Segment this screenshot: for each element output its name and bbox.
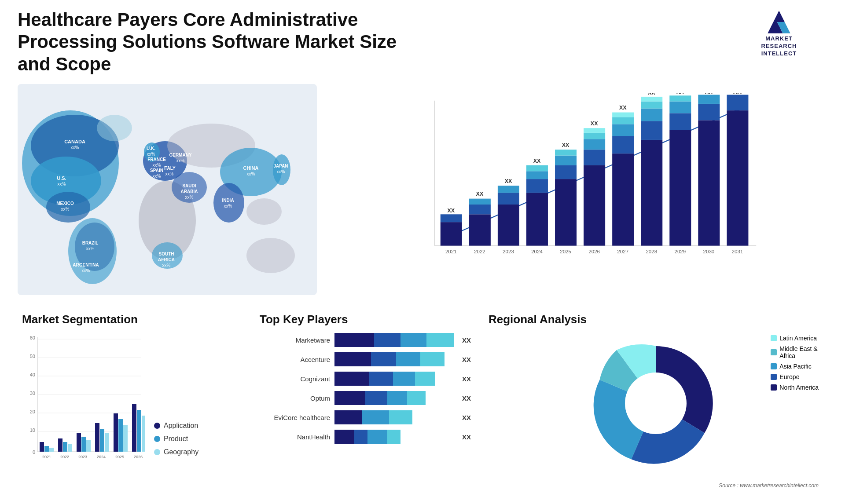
key-players-section: Top Key Players Marketware XX Accenture bbox=[255, 308, 475, 493]
svg-text:XX: XX bbox=[448, 208, 455, 214]
legend-label-application: Application bbox=[164, 422, 198, 430]
svg-rect-151 bbox=[123, 425, 128, 452]
svg-text:2023: 2023 bbox=[503, 249, 514, 255]
seg-chart-area: 60 50 40 30 20 10 0 bbox=[22, 333, 145, 465]
svg-text:40: 40 bbox=[30, 372, 35, 377]
player-value-nanthealth: XX bbox=[462, 433, 471, 441]
donut-legend: Latin America Middle East &Africa Asia P… bbox=[771, 335, 819, 391]
svg-text:2031: 2031 bbox=[732, 249, 743, 255]
player-bar-cognizant bbox=[334, 372, 454, 386]
svg-text:xx%: xx% bbox=[176, 158, 185, 163]
svg-text:INDIA: INDIA bbox=[222, 198, 234, 203]
svg-rect-142 bbox=[81, 437, 86, 452]
svg-rect-84 bbox=[584, 139, 605, 150]
svg-text:XX: XX bbox=[733, 93, 742, 95]
player-value-optum: XX bbox=[462, 394, 471, 402]
legend-europe: Europe bbox=[771, 373, 819, 380]
svg-rect-138 bbox=[63, 442, 67, 452]
svg-text:2023: 2023 bbox=[78, 455, 87, 459]
svg-text:MEXICO: MEXICO bbox=[56, 201, 74, 206]
svg-rect-72 bbox=[526, 171, 548, 179]
svg-rect-82 bbox=[584, 165, 605, 246]
svg-rect-83 bbox=[584, 150, 605, 165]
svg-text:2022: 2022 bbox=[60, 455, 69, 459]
svg-rect-111 bbox=[698, 95, 720, 104]
svg-rect-103 bbox=[669, 130, 691, 246]
svg-text:50: 50 bbox=[30, 354, 35, 359]
bar-chart-section: XX 2021 XX 2022 XX 2023 bbox=[330, 84, 827, 295]
svg-text:SPAIN: SPAIN bbox=[150, 168, 163, 173]
player-name-evicore: EviCore healthcare bbox=[260, 414, 330, 421]
svg-text:XX: XX bbox=[505, 178, 512, 184]
svg-rect-60 bbox=[469, 214, 491, 245]
svg-text:xx%: xx% bbox=[277, 169, 285, 174]
svg-text:AFRICA: AFRICA bbox=[158, 257, 175, 262]
svg-text:XX: XX bbox=[705, 93, 713, 95]
legend-latin-america-label: Latin America bbox=[779, 335, 817, 342]
svg-rect-137 bbox=[58, 438, 62, 452]
svg-text:xx%: xx% bbox=[82, 268, 90, 273]
map-section: CANADA xx% U.S. xx% MEXICO xx% BRAZIL xx… bbox=[18, 84, 317, 295]
svg-rect-70 bbox=[526, 193, 548, 245]
svg-rect-90 bbox=[612, 136, 634, 153]
legend-latin-america: Latin America bbox=[771, 335, 819, 342]
svg-text:XX: XX bbox=[648, 93, 655, 96]
segmentation-section: Market Segmentation 60 50 40 30 20 10 bbox=[18, 308, 246, 493]
bottom-row: Market Segmentation 60 50 40 30 20 10 bbox=[18, 308, 827, 493]
svg-text:2022: 2022 bbox=[474, 249, 485, 255]
player-bar-accenture bbox=[334, 352, 454, 366]
regional-chart-area: Latin America Middle East &Africa Asia P… bbox=[489, 333, 823, 474]
svg-rect-89 bbox=[612, 153, 634, 245]
svg-rect-147 bbox=[105, 433, 109, 452]
svg-rect-78 bbox=[555, 156, 577, 165]
key-players-title: Top Key Players bbox=[260, 313, 471, 326]
svg-text:XX: XX bbox=[476, 191, 484, 197]
player-row-marketware: Marketware XX bbox=[260, 333, 471, 347]
svg-rect-135 bbox=[49, 448, 54, 452]
player-name-nanthealth: NantHealth bbox=[260, 433, 330, 441]
svg-rect-79 bbox=[555, 150, 577, 155]
svg-text:2021: 2021 bbox=[42, 455, 51, 459]
legend-dot-product bbox=[154, 436, 160, 442]
svg-rect-57 bbox=[441, 214, 462, 222]
svg-text:2027: 2027 bbox=[617, 249, 628, 255]
player-bar-marketware bbox=[334, 333, 454, 347]
legend-geography: Geography bbox=[154, 448, 198, 456]
seg-chart-container: 60 50 40 30 20 10 0 bbox=[22, 333, 242, 465]
svg-rect-97 bbox=[641, 121, 662, 140]
svg-rect-99 bbox=[641, 102, 662, 109]
svg-text:JAPAN: JAPAN bbox=[273, 164, 288, 168]
svg-text:xx%: xx% bbox=[86, 246, 95, 251]
svg-text:xx%: xx% bbox=[61, 207, 70, 212]
svg-text:xx%: xx% bbox=[153, 163, 161, 168]
svg-rect-146 bbox=[100, 429, 104, 452]
svg-rect-155 bbox=[142, 416, 145, 452]
legend-label-product: Product bbox=[164, 435, 188, 443]
legend-europe-label: Europe bbox=[779, 373, 799, 380]
svg-text:2025: 2025 bbox=[115, 455, 124, 459]
svg-rect-110 bbox=[698, 104, 720, 120]
svg-text:0: 0 bbox=[33, 449, 35, 455]
svg-rect-149 bbox=[114, 413, 118, 452]
svg-text:2024: 2024 bbox=[531, 249, 543, 255]
legend-asia-pacific: Asia Pacific bbox=[771, 363, 819, 370]
svg-rect-104 bbox=[669, 113, 691, 130]
source-text: Source : www.marketresearchintellect.com bbox=[719, 482, 819, 489]
svg-rect-92 bbox=[612, 117, 634, 124]
segmentation-title: Market Segmentation bbox=[22, 313, 242, 326]
svg-text:ARABIA: ARABIA bbox=[181, 189, 198, 194]
logo-icon bbox=[764, 9, 794, 35]
svg-text:SOUTH: SOUTH bbox=[159, 252, 174, 256]
player-bar-optum bbox=[334, 391, 454, 405]
player-row-accenture: Accenture XX bbox=[260, 352, 471, 366]
svg-text:xx%: xx% bbox=[71, 145, 79, 150]
svg-rect-66 bbox=[498, 193, 519, 205]
svg-rect-143 bbox=[86, 440, 91, 452]
svg-text:XX: XX bbox=[676, 93, 684, 95]
svg-text:xx%: xx% bbox=[185, 195, 194, 200]
svg-text:xx%: xx% bbox=[162, 263, 171, 268]
player-row-cognizant: Cognizant XX bbox=[260, 372, 471, 386]
svg-text:GERMANY: GERMANY bbox=[169, 153, 191, 157]
header: Healthcare Payers Core Administrative Pr… bbox=[18, 9, 827, 75]
player-bar-evicore bbox=[334, 410, 454, 424]
